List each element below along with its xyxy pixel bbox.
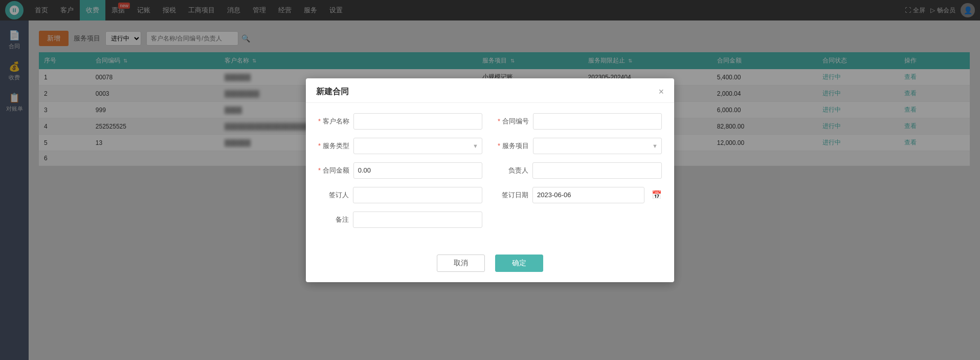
- label-contract-no: 合同编号: [498, 117, 529, 126]
- form-group-sign-date: 签订日期 📅: [498, 187, 662, 203]
- modal-title: 新建合同: [316, 87, 349, 97]
- modal-close-button[interactable]: ×: [658, 87, 664, 96]
- service-type-select-wrapper: ▼: [353, 138, 482, 154]
- cancel-button[interactable]: 取消: [437, 255, 485, 272]
- input-remark[interactable]: [353, 211, 482, 228]
- select-service-item[interactable]: [533, 138, 662, 154]
- label-signer: 签订人: [318, 190, 349, 200]
- new-contract-modal: 新建合同 × 客户名称 合同编号 服务类型: [306, 78, 674, 282]
- input-responsible[interactable]: [532, 162, 662, 179]
- label-sign-date: 签订日期: [498, 190, 528, 200]
- input-signer[interactable]: [353, 187, 482, 203]
- calendar-icon[interactable]: 📅: [652, 190, 662, 200]
- label-service-item: 服务项目: [498, 141, 529, 151]
- input-contract-no[interactable]: [533, 113, 662, 130]
- label-amount: 合同金额: [318, 166, 349, 175]
- input-amount[interactable]: [353, 162, 482, 179]
- confirm-button[interactable]: 确定: [495, 255, 543, 272]
- form-group-responsible: 负责人: [498, 162, 662, 179]
- modal-footer: 取消 确定: [306, 246, 674, 282]
- form-row-1: 客户名称 合同编号: [318, 113, 662, 130]
- modal-overlay: 新建合同 × 客户名称 合同编号 服务类型: [0, 0, 980, 360]
- form-group-amount: 合同金额: [318, 162, 482, 179]
- form-group-contract-no: 合同编号: [498, 113, 662, 130]
- form-group-service-type: 服务类型 ▼: [318, 138, 482, 154]
- form-group-service-item: 服务项目 ▼: [498, 138, 662, 154]
- label-responsible: 负责人: [498, 166, 528, 175]
- form-row-5: 备注: [318, 211, 662, 228]
- modal-header: 新建合同 ×: [306, 78, 674, 103]
- form-group-remark: 备注: [318, 211, 482, 228]
- label-remark: 备注: [318, 215, 349, 224]
- label-service-type: 服务类型: [318, 141, 349, 151]
- form-row-3: 合同金额 负责人: [318, 162, 662, 179]
- form-group-signer: 签订人: [318, 187, 482, 203]
- form-group-customer-name: 客户名称: [318, 113, 482, 130]
- modal-body: 客户名称 合同编号 服务类型 ▼ 服务项目: [306, 103, 674, 246]
- form-row-4: 签订人 签订日期 📅: [318, 187, 662, 203]
- form-row-2: 服务类型 ▼ 服务项目 ▼: [318, 138, 662, 154]
- label-customer-name: 客户名称: [318, 117, 349, 126]
- select-service-type[interactable]: [353, 138, 482, 154]
- service-item-select-wrapper: ▼: [533, 138, 662, 154]
- input-customer-name[interactable]: [353, 113, 482, 130]
- input-sign-date[interactable]: [532, 187, 644, 203]
- form-group-placeholder: [498, 211, 662, 228]
